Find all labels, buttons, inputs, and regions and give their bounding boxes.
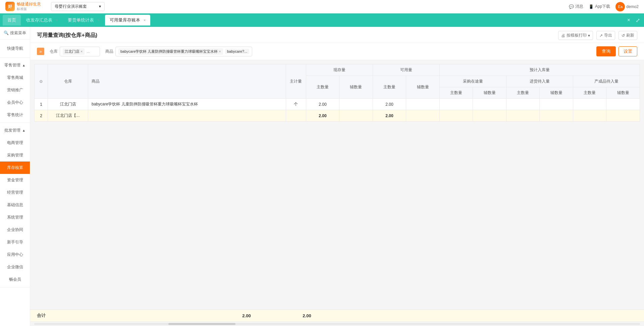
table-row: 2 江北门店【... 2.00 2.00 — [35, 110, 640, 122]
filter-more-btn[interactable]: ... — [87, 49, 90, 53]
sidebar-item-retail-mall[interactable]: 零售商城 — [0, 72, 30, 84]
gear-icon[interactable]: ⚙ — [39, 79, 43, 84]
top-bar-left: 好 畅捷通好生意 标准版 母婴行业演示账套 ▾ — [5, 2, 105, 11]
th-pt-aux: 辅数量 — [473, 87, 506, 99]
scroll-thumb[interactable] — [168, 323, 235, 325]
sidebar-item-finance[interactable]: 资金管理 — [0, 174, 30, 186]
product-tag-1: babycare学饮杯 儿童防摔防撞吸管杯重力球吸嘴杯宝宝水杯 × — [118, 48, 223, 55]
cell-cur-aux-1 — [339, 99, 373, 110]
sidebar-item-wechat[interactable]: 企业微信 — [0, 261, 30, 273]
th-avail-main: 主数量 — [373, 76, 406, 99]
th-product-pending: 产成品待入量 — [573, 76, 640, 87]
content-area: 可用量查询(按仓库+商品) 🖨 按模板打印 ▾ ↗ 导出 ↺ 刷新 — [30, 27, 644, 326]
sidebar-section-retail: 零售管理 ▲ 零售商城 营销推广 会员中心 零售统计 — [0, 58, 30, 123]
close-tab-kuyongliang[interactable]: × — [144, 18, 146, 22]
app-download-button[interactable]: 📱 App下载 — [589, 4, 610, 9]
cell-cur-main-2: 2.00 — [306, 110, 339, 122]
sidebar-item-system[interactable]: 系统管理 — [0, 211, 30, 224]
sidebar-item-retail-stats[interactable]: 零售统计 — [0, 109, 30, 121]
th-avail-aux: 辅数量 — [406, 76, 440, 99]
sidebar-item-apps[interactable]: 应用中心 — [0, 248, 30, 261]
logo-area: 好 畅捷通好生意 标准版 — [5, 2, 41, 11]
warehouse-value-box[interactable]: 江北门店 × ... — [60, 47, 100, 56]
warehouse-label: 仓库 — [50, 49, 58, 54]
close-all-tabs[interactable]: × — [626, 16, 632, 25]
sidebar-item-member[interactable]: 畅会员 — [0, 273, 30, 286]
message-icon: 💬 — [569, 4, 574, 9]
th-current-main: 主数量 — [306, 76, 339, 99]
sidebar-quick-nav: 快捷导航 — [0, 40, 30, 58]
scroll-track[interactable] — [34, 323, 640, 325]
sidebar-item-members[interactable]: 会员中心 — [0, 96, 30, 109]
th-unit: 主计量 — [286, 64, 306, 99]
th-pp-main: 主数量 — [573, 87, 606, 99]
sidebar: 🔍 搜索菜单 快捷导航 零售管理 ▲ 零售商城 营销推广 会员中心 零售统计 — [0, 27, 30, 326]
th-ip-main: 主数量 — [506, 87, 540, 99]
query-button[interactable]: 查询 — [596, 46, 616, 56]
sidebar-item-enterprise[interactable]: 企业协同 — [0, 224, 30, 236]
chevron-icon: ▲ — [22, 63, 25, 67]
export-button[interactable]: ↗ 导出 — [596, 31, 615, 40]
tab-shoufacun[interactable]: 收发存汇总表 × — [21, 15, 62, 26]
close-tab-yaohuo[interactable]: × — [97, 18, 99, 22]
page-title: 可用量查询(按仓库+商品) — [37, 32, 97, 39]
th-settings[interactable]: ⚙ — [35, 64, 48, 99]
export-icon: ↗ — [599, 33, 603, 38]
print-button[interactable]: 🖨 按模板打印 ▾ — [558, 31, 593, 40]
th-available: 可用量 — [373, 64, 439, 76]
chevron-icon-2: ▲ — [22, 129, 25, 132]
cell-pp-aux-1 — [606, 99, 640, 110]
sidebar-item-purchase[interactable]: 采购管理 — [0, 149, 30, 161]
settings-button[interactable]: 设置 — [619, 46, 637, 56]
cell-avail-aux-2 — [406, 110, 440, 122]
cell-index-2: 2 — [35, 110, 48, 122]
cell-pp-aux-2 — [606, 110, 640, 122]
cell-ip-main-1 — [506, 99, 540, 110]
sidebar-item-quick-nav[interactable]: 快捷导航 — [0, 42, 30, 55]
tab-home[interactable]: 首页 — [3, 15, 21, 26]
product-tag-1-close[interactable]: × — [219, 49, 221, 53]
search-icon: 🔍 — [4, 31, 9, 35]
sidebar-item-marketing[interactable]: 营销推广 — [0, 84, 30, 96]
sidebar-item-wholesale[interactable]: 批发管理 ▲ — [0, 124, 30, 137]
cell-ip-aux-2 — [540, 110, 573, 122]
product-value-box[interactable]: babycare学饮杯 儿童防摔防撞吸管杯重力球吸嘴杯宝宝水杯 × babyca… — [115, 47, 252, 56]
message-button[interactable]: 💬 消息 — [569, 4, 583, 9]
user-menu[interactable]: Ea demo2 — [615, 2, 639, 11]
sidebar-item-retail-management[interactable]: 零售管理 ▲ — [0, 59, 30, 72]
cell-pp-main-1 — [573, 99, 606, 110]
cell-cur-main-1: 2.00 — [306, 99, 339, 110]
tab-kuyongliang[interactable]: 可用量库存账本 × — [105, 15, 150, 26]
chevron-down-icon: ▾ — [99, 4, 101, 9]
refresh-icon: ↺ — [622, 33, 625, 38]
cell-pt-aux-2 — [473, 110, 506, 122]
top-bar: 好 畅捷通好生意 标准版 母婴行业演示账套 ▾ 💬 消息 📱 App下载 Ea … — [0, 0, 644, 13]
filter-expand-button[interactable]: » — [37, 48, 44, 55]
sidebar-item-newbie[interactable]: 新手引导 — [0, 236, 30, 248]
sidebar-item-ecommerce[interactable]: 电商管理 — [0, 137, 30, 149]
maximize-icon[interactable]: ⤢ — [634, 16, 641, 25]
logo-text: 畅捷通好生意 — [17, 2, 41, 6]
nav-tab-controls: × ⤢ — [626, 16, 641, 25]
avatar: Ea — [615, 2, 625, 11]
main-layout: 🔍 搜索菜单 快捷导航 零售管理 ▲ 零售商城 营销推广 会员中心 零售统计 — [0, 27, 644, 326]
close-tab-shoufacun[interactable]: × — [56, 18, 58, 22]
filter-product: 商品 babycare学饮杯 儿童防摔防撞吸管杯重力球吸嘴杯宝宝水杯 × bab… — [105, 47, 252, 56]
sidebar-item-inventory[interactable]: 库存核算 — [0, 161, 30, 174]
th-purchase-transit: 采购在途量 — [439, 76, 506, 87]
sidebar-item-operations[interactable]: 经营管理 — [0, 186, 30, 199]
sidebar-search[interactable]: 🔍 搜索菜单 — [0, 27, 30, 40]
warehouse-tag-close[interactable]: × — [80, 49, 83, 53]
store-selector[interactable]: 母婴行业演示账套 ▾ — [51, 2, 105, 11]
tab-yaohuo[interactable]: 要货单统计表 × — [63, 15, 104, 26]
cell-warehouse-2: 江北门店【... — [48, 110, 88, 122]
sidebar-item-basics[interactable]: 基础信息 — [0, 199, 30, 211]
cell-ip-aux-1 — [540, 99, 573, 110]
table-container: ⚙ 仓库 商品 主计量 现存量 — [30, 60, 644, 187]
refresh-button[interactable]: ↺ 刷新 — [619, 31, 637, 40]
filter-actions: 查询 设置 — [596, 46, 637, 56]
th-planned-inbound: 预计入库量 — [439, 64, 640, 76]
cell-pt-main-2 — [439, 110, 473, 122]
nav-tabs: 首页 收发存汇总表 × 要货单统计表 × 可用量库存账本 × × ⤢ — [0, 13, 644, 27]
cell-cur-aux-2 — [339, 110, 373, 122]
